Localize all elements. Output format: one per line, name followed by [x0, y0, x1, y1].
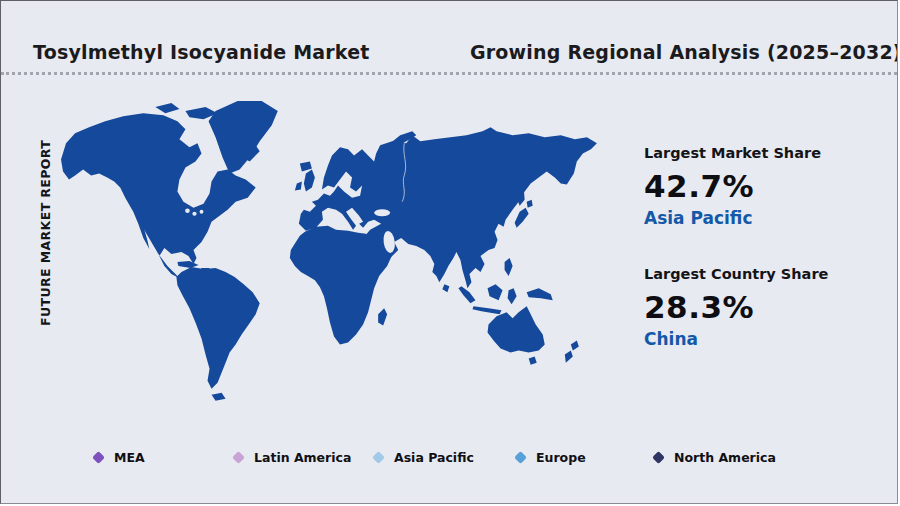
header-bar: Tosylmethyl Isocyanide Market Growing Re…	[1, 1, 897, 75]
continent-australia	[488, 306, 579, 364]
stat-label: Largest Country Share	[644, 266, 889, 282]
legend-diamond-icon	[92, 451, 105, 464]
legend-label: North America	[674, 450, 776, 465]
black-sea	[374, 209, 390, 216]
stat-largest-market-share: Largest Market Share 42.7% Asia Pacific	[644, 145, 889, 228]
infographic-canvas: Tosylmethyl Isocyanide Market Growing Re…	[0, 0, 898, 504]
stat-largest-country-share: Largest Country Share 28.3% China	[644, 266, 889, 349]
continent-south-america	[176, 267, 259, 401]
stat-label: Largest Market Share	[644, 145, 889, 161]
great-lake	[200, 210, 204, 214]
stat-value: 42.7%	[644, 168, 889, 204]
legend-item-north-america: North America	[654, 450, 776, 465]
legend-diamond-icon	[514, 451, 527, 464]
stat-region-name: China	[644, 329, 889, 349]
legend-diamond-icon	[652, 451, 665, 464]
great-lake	[185, 208, 190, 213]
legend-item-europe: Europe	[516, 450, 586, 465]
legend-label: Asia Pacific	[394, 450, 474, 465]
legend-label: Latin America	[254, 450, 351, 465]
stat-region-name: Asia Pacific	[644, 208, 889, 228]
legend-item-latin-america: Latin America	[234, 450, 351, 465]
world-map	[59, 91, 621, 423]
legend-diamond-icon	[232, 451, 245, 464]
page-title: Tosylmethyl Isocyanide Market	[33, 41, 370, 63]
legend-diamond-icon	[372, 451, 385, 464]
legend-label: MEA	[114, 450, 145, 465]
legend-item-asia-pacific: Asia Pacific	[374, 450, 474, 465]
stat-value: 28.3%	[644, 289, 889, 325]
great-lake	[192, 212, 196, 216]
page-subtitle: Growing Regional Analysis (2025–2032)	[470, 41, 898, 63]
legend-label: Europe	[536, 450, 586, 465]
legend-item-mea: MEA	[94, 450, 145, 465]
southeast-asia-islands	[442, 258, 552, 314]
